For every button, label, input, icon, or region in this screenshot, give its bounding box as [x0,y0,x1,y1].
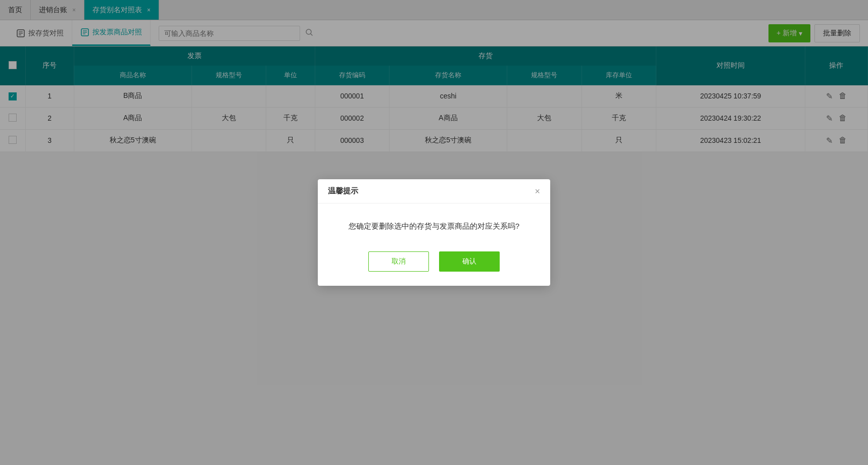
modal-overlay: 温馨提示 × 您确定要删除选中的存货与发票商品的对应关系吗? 取消 确认 [0,0,868,152]
